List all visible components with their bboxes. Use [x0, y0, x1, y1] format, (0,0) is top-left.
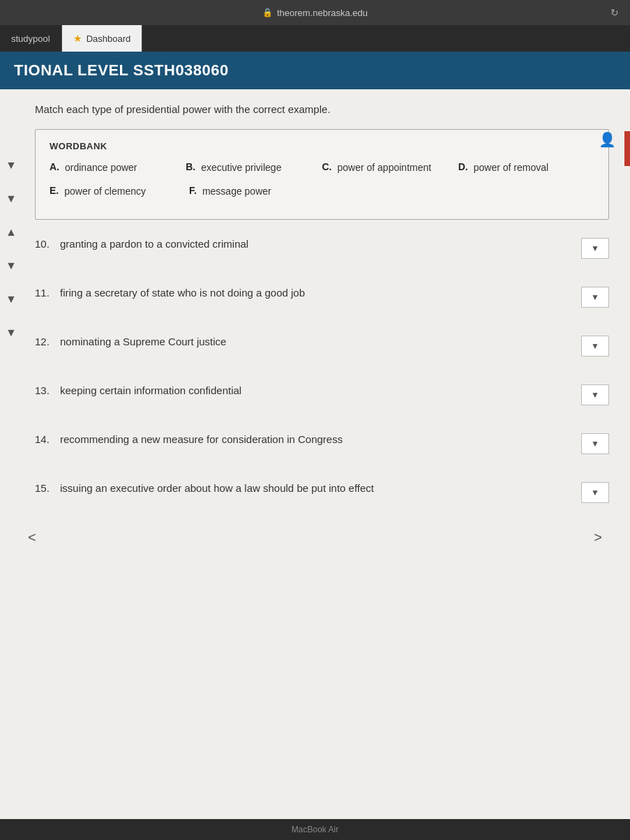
wordbank-item-f: F. message power — [189, 185, 329, 199]
wordbank-letter-b: B. — [186, 161, 195, 172]
wordbank-text-e: power of clemency — [64, 185, 146, 199]
question-row-10: 10. granting a pardon to a convicted cri… — [35, 237, 609, 266]
page-title: TIONAL LEVEL SSTH038060 — [14, 61, 229, 79]
side-arrow-down-2[interactable]: ▼ — [6, 193, 17, 205]
lock-icon: 🔒 — [262, 8, 273, 17]
side-arrows: ▼ ▼ ▲ ▼ ▼ ▼ — [6, 159, 17, 339]
question-number-15: 15. — [35, 481, 60, 494]
question-number-11: 11. — [35, 285, 60, 299]
nav-footer: < > — [21, 530, 609, 546]
wordbank-letter-d: D. — [458, 161, 468, 172]
question-row-13: 13. keeping certain information confiden… — [35, 383, 609, 412]
question-dropdown-15[interactable]: ▼ — [581, 482, 609, 503]
question-dropdown-13[interactable]: ▼ — [581, 384, 609, 405]
instructions-text: Match each type of presidential power wi… — [35, 103, 609, 115]
question-dropdown-11[interactable]: ▼ — [581, 287, 609, 308]
question-dropdown-12[interactable]: ▼ — [581, 336, 609, 357]
wordbank-item-b: B. executive privilege — [186, 161, 322, 175]
question-row-11: 11. firing a secretary of state who is n… — [35, 285, 609, 315]
browser-bar: 🔒 theorem.nebraska.edu ↻ — [0, 0, 630, 25]
wordbank-item-c: C. power of appointment — [322, 161, 458, 175]
wordbank-box: WORDBANK A. ordinance power B. executive… — [35, 129, 609, 220]
wordbank-text-b: executive privilege — [201, 161, 281, 175]
wordbank-items: A. ordinance power B. executive privileg… — [50, 161, 594, 208]
wordbank-row-2: E. power of clemency F. message power — [50, 185, 594, 199]
question-row-15: 15. issuing an executive order about how… — [35, 481, 609, 510]
red-bookmark — [624, 131, 630, 166]
wordbank-letter-e: E. — [50, 185, 59, 196]
side-arrow-up[interactable]: ▲ — [6, 226, 17, 239]
side-arrow-down-1[interactable]: ▼ — [6, 159, 17, 172]
side-arrow-down-4[interactable]: ▼ — [6, 293, 17, 306]
tab-studypool-label: studypool — [11, 33, 50, 44]
question-dropdown-10[interactable]: ▼ — [581, 238, 609, 259]
question-dropdown-14[interactable]: ▼ — [581, 433, 609, 454]
wordbank-text-d: power of removal — [474, 161, 548, 175]
nav-next-arrow[interactable]: > — [594, 530, 602, 546]
wordbank-row-1: A. ordinance power B. executive privileg… — [50, 161, 594, 175]
dropdown-arrow-14: ▼ — [591, 439, 599, 449]
tab-dashboard-label: Dashboard — [87, 33, 131, 44]
side-arrow-down-3[interactable]: ▼ — [6, 260, 17, 272]
wordbank-letter-f: F. — [189, 185, 197, 196]
main-content: 👤 ▼ ▼ ▲ ▼ ▼ ▼ Match each type of preside… — [0, 89, 630, 840]
dropdown-arrow-11: ▼ — [591, 292, 599, 302]
wordbank-item-a: A. ordinance power — [50, 161, 186, 175]
wordbank-text-c: power of appointment — [338, 161, 432, 175]
question-number-12: 12. — [35, 334, 60, 347]
question-text-10: granting a pardon to a convicted crimina… — [60, 237, 570, 253]
macbook-bar: MacBook Air — [0, 819, 630, 840]
dropdown-arrow-13: ▼ — [591, 390, 599, 400]
tab-dashboard-icon: ★ — [73, 33, 82, 44]
side-arrow-down-5[interactable]: ▼ — [6, 327, 17, 339]
wordbank-text-f: message power — [202, 185, 271, 199]
reload-icon[interactable]: ↻ — [610, 7, 619, 18]
question-row-12: 12. nominating a Supreme Court justice ▼ — [35, 334, 609, 363]
question-text-15: issuing an executive order about how a l… — [60, 481, 570, 497]
question-text-12: nominating a Supreme Court justice — [60, 334, 570, 350]
tab-bar: studypool ★ Dashboard — [0, 25, 630, 52]
tab-dashboard[interactable]: ★ Dashboard — [62, 25, 143, 52]
wordbank-title: WORDBANK — [50, 141, 594, 151]
question-row-14: 14. recommending a new measure for consi… — [35, 432, 609, 461]
url-text: theorem.nebraska.edu — [277, 8, 368, 18]
wordbank-letter-a: A. — [50, 161, 59, 172]
questions-section: 10. granting a pardon to a convicted cri… — [35, 237, 609, 510]
page-header: TIONAL LEVEL SSTH038060 — [0, 52, 630, 89]
nav-prev-arrow[interactable]: < — [28, 530, 36, 546]
macbook-label: MacBook Air — [292, 825, 338, 834]
wordbank-letter-c: C. — [322, 161, 332, 172]
question-text-13: keeping certain information confidential — [60, 383, 570, 399]
right-icons: 👤 — [599, 131, 616, 148]
dropdown-arrow-12: ▼ — [591, 341, 599, 351]
question-text-11: firing a secretary of state who is not d… — [60, 285, 570, 301]
question-number-14: 14. — [35, 432, 60, 445]
wordbank-item-d: D. power of removal — [458, 161, 594, 175]
question-number-10: 10. — [35, 237, 60, 250]
wordbank-text-a: ordinance power — [65, 161, 137, 175]
user-icon[interactable]: 👤 — [599, 132, 616, 147]
wordbank-item-e: E. power of clemency — [50, 185, 189, 199]
tab-studypool[interactable]: studypool — [0, 25, 62, 52]
question-number-13: 13. — [35, 383, 60, 396]
dropdown-arrow-15: ▼ — [591, 488, 599, 497]
question-text-14: recommending a new measure for considera… — [60, 432, 570, 448]
dropdown-arrow-10: ▼ — [591, 243, 599, 253]
